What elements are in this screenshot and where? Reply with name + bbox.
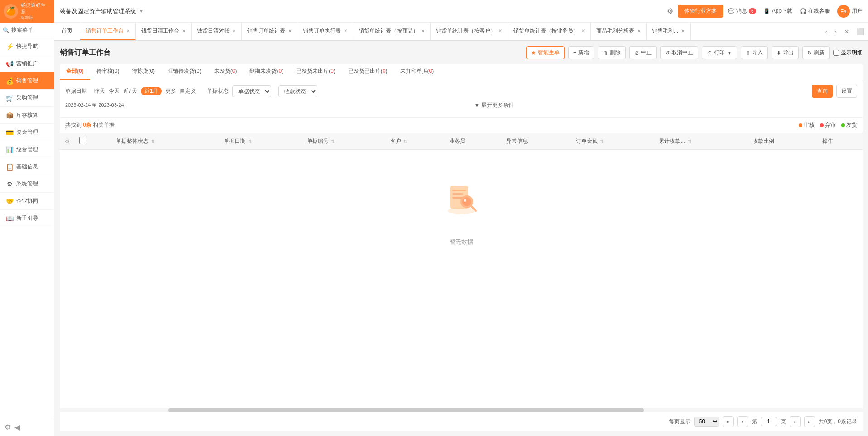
tab-sales-exec-close[interactable]: ✕ <box>344 28 347 33</box>
sidebar-item-enterprise[interactable]: 🤝 企业协同 <box>0 193 54 210</box>
expand-filter-button[interactable]: ▼ 展开更多条件 <box>474 101 514 109</box>
tab-sales-gross-close[interactable]: ✕ <box>637 28 641 33</box>
query-button[interactable]: 查询 <box>812 85 833 98</box>
horizontal-scrollbar[interactable] <box>60 408 863 412</box>
tab-sales-stat-product-close[interactable]: ✕ <box>421 28 425 33</box>
sidebar-item-system[interactable]: ⚙ 系统管理 <box>0 175 54 193</box>
next-page-button[interactable]: › <box>790 416 801 427</box>
sidebar-item-marketing[interactable]: 📢 营销推广 <box>0 55 54 72</box>
date-option-1month[interactable]: 近1月 <box>141 87 162 95</box>
tab-sales-stat-staff-close[interactable]: ✕ <box>581 28 585 33</box>
refresh-button[interactable]: ↻ 刷新 <box>802 46 830 59</box>
delete-button[interactable]: 🗑 删除 <box>598 46 626 59</box>
customer-sort-icon[interactable]: ⇅ <box>403 139 407 144</box>
tab-maximize-button[interactable]: ⬜ <box>853 28 868 35</box>
review-dot <box>799 123 802 127</box>
subtab-shipped-out[interactable]: 已发货已出库(0) <box>342 64 394 80</box>
tab-prev-button[interactable]: ‹ <box>822 28 831 35</box>
bulk-review-button[interactable]: 审核 <box>799 121 815 129</box>
tab-sales-stat-product[interactable]: 销货单统计表（按商品） ✕ <box>353 23 431 40</box>
column-settings-icon[interactable]: ⚙ <box>64 138 70 145</box>
subtab-expired-ship[interactable]: 到期未发货(0) <box>243 64 290 80</box>
subtab-pending-inspect[interactable]: 待拣货(0) <box>125 64 161 80</box>
tab-sales-gross[interactable]: 商品毛利分析表 ✕ <box>591 23 647 40</box>
tab-sales-stat-close[interactable]: ✕ <box>288 28 292 33</box>
export-button[interactable]: ⬇ 导出 <box>772 46 799 59</box>
date-option-custom[interactable]: 自定义 <box>180 87 196 95</box>
tab-close-all-button[interactable]: ✕ <box>840 28 853 35</box>
date-option-today[interactable]: 今天 <box>109 87 120 95</box>
number-sort-icon[interactable]: ⇅ <box>331 139 335 144</box>
subtab-shipped-not-out[interactable]: 已发货未出库(0) <box>290 64 342 80</box>
date-option-more[interactable]: 更多 <box>165 87 176 95</box>
sidebar-item-inventory[interactable]: 📦 库存核算 <box>0 107 54 124</box>
tab-cash-reconcile-close[interactable]: ✕ <box>232 28 236 33</box>
page-size-select[interactable]: 50 20 100 <box>694 417 719 427</box>
smart-create-button[interactable]: ★ 智能生单 <box>526 46 565 59</box>
sidebar-item-operation[interactable]: 📊 经营管理 <box>0 141 54 158</box>
subtab-not-shipped[interactable]: 未发货(0) <box>208 64 244 80</box>
user-action[interactable]: Ea 用户 <box>837 5 863 18</box>
stop-button[interactable]: ⊘ 中止 <box>629 46 657 59</box>
topbar-gear-icon[interactable]: ⚙ <box>667 7 673 15</box>
tab-sales-stat[interactable]: 销售订单统计表 ✕ <box>242 23 297 40</box>
tab-sales-stat-staff[interactable]: 销货单统计表（按业务员） ✕ <box>508 23 591 40</box>
sidebar-item-quick-nav[interactable]: ⚡ 快捷导航 <box>0 38 54 55</box>
sidebar-item-guide[interactable]: 📖 新手引导 <box>0 210 54 227</box>
online-service-action[interactable]: 🎧 在线客服 <box>800 7 830 15</box>
collapse-icon[interactable]: ◀ <box>14 423 20 431</box>
title-dropdown-icon[interactable]: ▼ <box>139 9 144 14</box>
subtab-wangpu-ship[interactable]: 旺铺待发货(0) <box>161 64 208 80</box>
last-page-button[interactable]: » <box>804 416 815 427</box>
date-sort-icon[interactable]: ⇅ <box>248 139 252 144</box>
tab-sales-more[interactable]: 销售毛利... ✕ <box>647 23 691 40</box>
new-button[interactable]: + 新增 <box>568 46 594 59</box>
tab-sales-workbench[interactable]: 销售订单工作台 ✕ <box>80 23 136 40</box>
status-sort-icon[interactable]: ⇅ <box>151 139 155 144</box>
prev-page-button[interactable]: ‹ <box>737 416 748 427</box>
tab-cash-daily-close[interactable]: ✕ <box>182 28 186 33</box>
import-icon: ⬆ <box>746 50 750 56</box>
status-filter-select[interactable]: 单据状态 <box>232 85 271 97</box>
tab-cash-daily[interactable]: 钱货日清工作台 ✕ <box>136 23 192 40</box>
tab-sales-workbench-close[interactable]: ✕ <box>126 28 130 33</box>
sidebar-item-purchase[interactable]: 🛒 采购管理 <box>0 90 54 107</box>
message-action[interactable]: 💬 消息 6 <box>728 7 756 15</box>
tab-cash-reconcile[interactable]: 钱货日清对账 ✕ <box>192 23 242 40</box>
tab-home[interactable]: 首页 <box>54 23 80 40</box>
sidebar-item-search[interactable]: 🔍 搜索菜单 <box>0 23 54 38</box>
payment-filter-select[interactable]: 收款状态 <box>278 85 317 97</box>
amount-sort-icon[interactable]: ⇅ <box>600 139 604 144</box>
tab-sales-gross-label: 商品毛利分析表 <box>596 27 634 35</box>
subtab-pending-review[interactable]: 待审核(0) <box>90 64 126 80</box>
import-button[interactable]: ⬆ 导入 <box>741 46 768 59</box>
date-option-yesterday[interactable]: 昨天 <box>94 87 105 95</box>
tab-sales-exec[interactable]: 销售订单执行表 ✕ <box>297 23 353 40</box>
subtab-all[interactable]: 全部(0) <box>60 64 90 80</box>
tab-sales-more-close[interactable]: ✕ <box>681 28 685 33</box>
sidebar-item-basic-info[interactable]: 📋 基础信息 <box>0 158 54 175</box>
display-detail-label[interactable]: 显示明细 <box>833 49 863 57</box>
page-input[interactable] <box>761 417 777 426</box>
total-info: 共0页，0条记录 <box>819 418 857 426</box>
first-page-button[interactable]: « <box>723 416 734 427</box>
select-all-checkbox[interactable] <box>79 137 86 144</box>
sidebar-item-finance[interactable]: 💳 资金管理 <box>0 124 54 141</box>
filter-setting-button[interactable]: 设置 <box>836 85 857 98</box>
industry-solution-button[interactable]: 体验行业方案 <box>678 5 723 18</box>
settings-bottom-icon[interactable]: ⚙ <box>5 423 11 431</box>
collected-sort-icon[interactable]: ⇅ <box>688 139 691 144</box>
app-download-action[interactable]: 📱 App下载 <box>763 7 792 15</box>
bulk-revoke-button[interactable]: 弃审 <box>820 121 836 129</box>
scrollbar-thumb[interactable] <box>168 408 644 412</box>
bulk-ship-button[interactable]: 发货 <box>841 121 857 129</box>
tab-sales-stat-customer[interactable]: 销货单统计表（按客户） ✕ <box>431 23 508 40</box>
display-detail-checkbox[interactable] <box>833 50 839 56</box>
cancel-stop-button[interactable]: ↺ 取消中止 <box>660 46 698 59</box>
print-button[interactable]: 🖨 打印 ▼ <box>702 46 737 59</box>
tab-next-button[interactable]: › <box>831 28 840 35</box>
sidebar-item-sales[interactable]: 💰 销售管理 <box>0 72 54 90</box>
date-option-7days[interactable]: 近7天 <box>123 87 137 95</box>
tab-sales-stat-customer-close[interactable]: ✕ <box>499 28 502 33</box>
subtab-not-printed[interactable]: 未打印单据(0) <box>394 64 441 80</box>
